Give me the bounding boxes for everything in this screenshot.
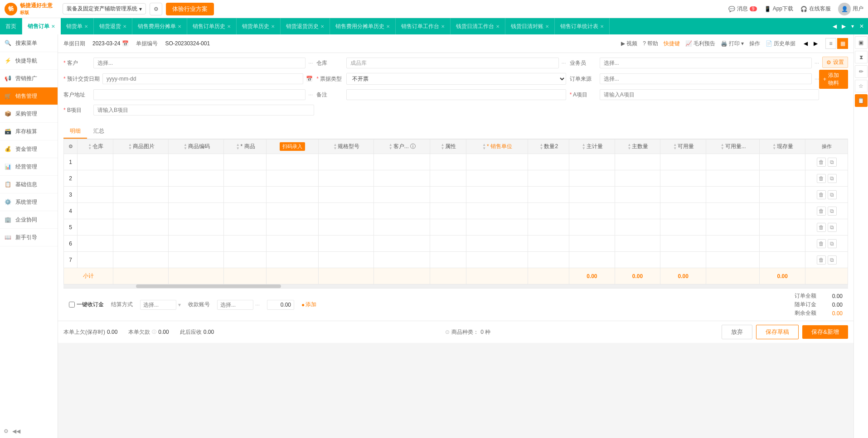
industry-btn[interactable]: 体验行业方案	[166, 3, 214, 15]
payment-method-input[interactable]	[140, 300, 176, 310]
add-receipt-btn[interactable]: ● 添加	[301, 301, 316, 308]
col-spec[interactable]: ▲▼ 规格型号	[318, 140, 373, 154]
col-unit[interactable]: ▲▼ * 销售单位	[466, 140, 528, 154]
profit-btn[interactable]: 📈 毛利预告	[685, 40, 715, 48]
nav-expand[interactable]: ▾	[848, 22, 857, 31]
one-click-checkbox[interactable]: 一键收订金	[69, 301, 104, 308]
row-copy-4[interactable]: ⧉	[828, 207, 837, 216]
row-copy-5[interactable]: ⧉	[828, 223, 837, 232]
receipt-account-input[interactable]	[217, 300, 253, 310]
col-current[interactable]: ▲▼ 现存量	[760, 140, 805, 154]
panel-btn-4[interactable]: ☆	[855, 80, 868, 92]
scan-btn[interactable]: 扫码录入	[280, 142, 305, 151]
view-btn[interactable]: ▶ 视频	[621, 40, 637, 48]
salesman-input[interactable]	[600, 58, 812, 68]
nav-close[interactable]: ✕	[857, 22, 866, 31]
sidebar-item-operations[interactable]: 📊 经营管理	[0, 158, 58, 176]
message-btn[interactable]: 💬 消息 9	[728, 5, 757, 13]
app-download-btn[interactable]: 📱 App下载	[764, 5, 793, 13]
sidebar-item-system[interactable]: ⚙️ 系统管理	[0, 193, 58, 211]
col-scan[interactable]: 扫码录入	[266, 140, 318, 154]
invoice-type-select[interactable]: 不开票	[346, 73, 566, 85]
a-project-input[interactable]	[600, 89, 819, 100]
nav-tab-sales-order[interactable]: 销售订单 ✕	[22, 18, 61, 34]
col-code[interactable]: ▲▼ 商品编码	[169, 140, 224, 154]
warehouse-dots[interactable]: ···	[562, 60, 566, 66]
settings-panel-btn[interactable]: ⚙ 设置	[822, 57, 848, 68]
panel-btn-3[interactable]: ✏	[855, 65, 868, 78]
calendar-icon[interactable]: 📅	[122, 40, 129, 47]
nav-tab-sales-stats[interactable]: 销售订单统计表 ✕	[555, 18, 610, 34]
sidebar-bottom[interactable]: ⚙ ◀◀	[0, 424, 58, 438]
help-btn[interactable]: ? 帮助	[643, 40, 658, 48]
col-image[interactable]: ▲▼ 商品图片	[113, 140, 169, 154]
row-copy-2[interactable]: ⧉	[828, 174, 837, 183]
row-delete-6[interactable]: 🗑	[817, 239, 826, 248]
remark-input[interactable]	[346, 89, 566, 100]
order-source-input[interactable]	[600, 73, 812, 84]
nav-tab-sales-goods[interactable]: 销货单 ✕	[61, 18, 94, 34]
add-material-btn[interactable]: + 添加物料	[819, 70, 848, 89]
nav-tab-home[interactable]: 首页	[0, 18, 22, 34]
nav-tab-sales-order-history[interactable]: 销售订单历史 ✕	[187, 18, 237, 34]
row-delete-4[interactable]: 🗑	[817, 207, 826, 216]
customer-dots[interactable]: ···	[308, 60, 313, 66]
col-available2[interactable]: ▲▼ 可用量...	[706, 140, 760, 154]
nav-tab-sales-workbench[interactable]: 销售订单工作台 ✕	[396, 18, 451, 34]
row-delete-7[interactable]: 🗑	[817, 255, 826, 265]
b-project-input[interactable]	[93, 105, 314, 116]
row-copy-3[interactable]: ⧉	[828, 190, 837, 199]
addr-input[interactable]	[93, 89, 305, 100]
card-view-btn[interactable]: ▦	[837, 38, 848, 49]
source-dots[interactable]: ···	[815, 76, 819, 82]
tab-summary[interactable]: 汇总	[87, 125, 111, 139]
shortcut-btn[interactable]: 快捷键	[664, 40, 680, 48]
row-copy-7[interactable]: ⧉	[828, 255, 837, 265]
col-main-unit[interactable]: ▲▼ 主计量	[569, 140, 615, 154]
row-copy-6[interactable]: ⧉	[828, 239, 837, 248]
collapse-icon[interactable]: ◀◀	[12, 428, 20, 434]
nav-prev[interactable]: ◀	[830, 22, 839, 31]
panel-btn-2[interactable]: ⧗	[855, 51, 868, 63]
col-attr[interactable]: ▲▼ 属性	[430, 140, 466, 154]
print-btn[interactable]: 🖨️ 打印 ▾	[721, 40, 744, 48]
row-delete-2[interactable]: 🗑	[817, 174, 826, 183]
sidebar-item-guide[interactable]: 📖 新手引导	[0, 229, 58, 246]
customer-input[interactable]	[93, 58, 305, 68]
delivery-calendar-icon[interactable]: 📅	[306, 76, 313, 82]
col-main-qty[interactable]: ▲▼ 主数量	[615, 140, 660, 154]
delivery-date-input[interactable]	[102, 73, 303, 84]
nav-tab-expense-history[interactable]: 销售费用分摊单历史 ✕	[330, 18, 396, 34]
operate-btn[interactable]: 操作	[749, 40, 760, 48]
draft-btn[interactable]: 保存草稿	[756, 325, 799, 339]
nav-tab-daily-account[interactable]: 钱货日清对账 ✕	[505, 18, 555, 34]
history-btn[interactable]: 📄 历史单据	[766, 40, 795, 48]
online-service-btn[interactable]: 🎧 在线客服	[800, 5, 831, 13]
save-new-btn[interactable]: 保存&新增	[802, 325, 848, 339]
one-click-check[interactable]	[69, 302, 75, 308]
row-delete-5[interactable]: 🗑	[817, 223, 826, 232]
next-record[interactable]: ▶	[811, 39, 820, 48]
row-delete-3[interactable]: 🗑	[817, 190, 826, 199]
col-qty2[interactable]: ▲▼ 数量2	[528, 140, 569, 154]
col-available[interactable]: ▲▼ 可用量	[660, 140, 706, 154]
list-view-btn[interactable]: ≡	[825, 38, 836, 49]
sidebar-item-quick[interactable]: ⚡ 快捷导航	[0, 52, 58, 70]
settings-btn[interactable]: ⚙	[150, 3, 162, 15]
row-delete-1[interactable]: 🗑	[817, 158, 826, 167]
sidebar-item-sales[interactable]: 🛒 销售管理	[0, 87, 58, 105]
warehouse-input[interactable]	[346, 58, 558, 68]
sidebar-item-purchase[interactable]: 📦 采购管理	[0, 105, 58, 123]
sidebar-item-inventory[interactable]: 🗃️ 库存核算	[0, 123, 58, 140]
panel-btn-5[interactable]: 📋	[855, 94, 868, 107]
receipt-amount-input[interactable]	[267, 300, 294, 310]
col-settings[interactable]: ⚙	[64, 140, 78, 154]
discard-btn[interactable]: 放弃	[722, 325, 752, 339]
nav-tab-sales-return[interactable]: 销货退货 ✕	[94, 18, 132, 34]
sidebar-item-finance[interactable]: 💰 资金管理	[0, 140, 58, 158]
nav-tab-sales-expense[interactable]: 销售费用分摊单 ✕	[132, 18, 187, 34]
sidebar-item-marketing[interactable]: 📢 营销推广	[0, 70, 58, 87]
col-warehouse[interactable]: ▲▼ 仓库	[78, 140, 113, 154]
nav-tab-sales-goods-history[interactable]: 销货单历史 ✕	[237, 18, 281, 34]
nav-tab-return-history[interactable]: 销货退货历史 ✕	[281, 18, 330, 34]
